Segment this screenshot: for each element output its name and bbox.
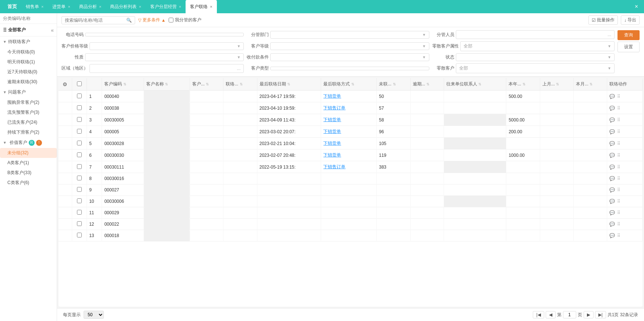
grid-action-icon[interactable]: ⠿ (617, 141, 620, 146)
close-customer-contact-tab[interactable]: × (210, 4, 212, 9)
export-button[interactable]: ↓ 导出 (621, 15, 640, 25)
sidebar-item-declining[interactable]: 持续下滑客户(2) (0, 127, 57, 137)
row-last-contact-method-cell[interactable]: 下销售订单 (321, 102, 377, 114)
row-checkbox[interactable] (77, 176, 82, 180)
row-checkbox[interactable] (77, 198, 82, 203)
nav-tab-analysis-list[interactable]: 商品分析列表 × (106, 0, 145, 13)
close-analysis-list-tab[interactable]: × (139, 4, 141, 9)
sidebar-search-input[interactable] (3, 16, 57, 21)
grid-action-icon[interactable]: ⠿ (617, 153, 620, 158)
sidebar-section-value[interactable]: ▼ 价值客户 R ! (0, 137, 57, 148)
grid-action-icon[interactable]: ⠿ (617, 94, 620, 99)
more-conditions-button[interactable]: ▽ 更多条件 ▲ (138, 17, 166, 23)
row-checkbox[interactable] (77, 210, 82, 215)
row-last-contact-method-cell[interactable]: 下销售订单 (321, 161, 377, 173)
row-checkbox[interactable] (77, 164, 82, 169)
row-checkbox[interactable] (77, 233, 82, 237)
code-column-header[interactable]: 客户编码 ⇅ (102, 78, 144, 91)
phone-input[interactable] (85, 33, 244, 36)
row-checkbox[interactable] (77, 94, 82, 98)
close-sales-tab[interactable]: × (41, 4, 43, 9)
manager-input[interactable]: ... (456, 30, 615, 39)
sidebar-section-problems[interactable]: ▼ 问题客户 (0, 87, 57, 98)
gear-column-header[interactable]: ⚙ (59, 78, 72, 91)
message-action-icon[interactable]: 💬 (609, 106, 615, 111)
sidebar-item-ungroup[interactable]: 未分组(32) (0, 148, 57, 158)
message-action-icon[interactable]: 💬 (609, 141, 615, 146)
batch-operation-button[interactable]: ☑ 批量操作 (588, 15, 618, 25)
nav-tab-purchase[interactable]: 进货单 × (48, 0, 74, 13)
customer-type-input[interactable] (270, 67, 429, 70)
grid-action-icon[interactable]: ⠿ (617, 165, 620, 170)
sidebar-item-class-a[interactable]: A类客户(1) (0, 158, 57, 168)
price-level-select[interactable]: ▼ (89, 42, 244, 50)
window-close-button[interactable]: × (632, 3, 641, 10)
sidebar-item-overdue-contact[interactable]: 逾期未联络(30) (0, 77, 57, 87)
per-page-select[interactable]: 50 20 100 (84, 311, 104, 319)
sidebar-all-customers[interactable]: ⠿ 全部客户 « (0, 24, 57, 36)
row-checkbox[interactable] (77, 221, 82, 226)
message-action-icon[interactable]: 💬 (609, 94, 615, 99)
grid-action-icon[interactable]: ⠿ (617, 222, 620, 227)
main-search-input[interactable] (65, 18, 126, 23)
grid-action-icon[interactable]: ⠿ (617, 187, 620, 193)
prev-page-button[interactable]: ◀ (546, 311, 556, 318)
sidebar-item-7days[interactable]: 近7天待联络(0) (0, 67, 57, 77)
grid-action-icon[interactable]: ⠿ (617, 129, 620, 134)
row-checkbox[interactable] (77, 187, 82, 192)
sidebar-item-churn-warning[interactable]: 流失预警客户(3) (0, 107, 57, 117)
message-action-icon[interactable]: 💬 (609, 165, 615, 170)
nav-tab-customer-layer[interactable]: 客户分层经营 × (146, 0, 186, 13)
row-last-contact-method-cell[interactable]: 下销货单 (321, 126, 377, 138)
grid-action-icon[interactable]: ⠿ (617, 199, 620, 204)
message-action-icon[interactable]: 💬 (609, 222, 615, 227)
query-button[interactable]: 查询 (617, 30, 640, 40)
row-checkbox[interactable] (77, 105, 82, 110)
row-last-contact-method-cell[interactable]: 下销货单 (321, 138, 377, 149)
sidebar-section-pending[interactable]: ▼ 待联络客户 (0, 36, 57, 47)
sidebar-item-class-b[interactable]: B类客户(33) (0, 168, 57, 178)
message-action-icon[interactable]: 💬 (609, 129, 615, 134)
sidebar-item-tomorrow[interactable]: 明天待联络(1) (0, 57, 57, 67)
last-page-button[interactable]: ▶| (595, 311, 606, 318)
grid-action-icon[interactable]: ⠿ (617, 176, 620, 181)
message-action-icon[interactable]: 💬 (609, 210, 615, 215)
row-checkbox[interactable] (77, 141, 82, 145)
row-last-contact-method-cell[interactable]: 下销货单 (321, 114, 377, 126)
unit-contact-header[interactable]: 往来单位联系人 ⇅ (444, 78, 506, 91)
next-page-button[interactable]: ▶ (584, 311, 594, 318)
row-checkbox[interactable] (77, 152, 82, 157)
my-customers-checkbox[interactable] (169, 18, 173, 22)
message-action-icon[interactable]: 💬 (609, 117, 615, 123)
my-customers-filter[interactable]: 我分管的客户 (169, 17, 201, 23)
first-page-button[interactable]: |◀ (533, 311, 544, 318)
message-action-icon[interactable]: 💬 (609, 176, 615, 181)
grid-action-icon[interactable]: ⠿ (617, 106, 620, 111)
dept-select[interactable]: ▼ (270, 31, 429, 39)
nav-tab-analysis[interactable]: 商品分析 × (75, 0, 106, 13)
row-last-contact-method-cell[interactable]: 下销货单 (321, 91, 377, 102)
page-number-input[interactable] (563, 311, 576, 318)
no-contact-header[interactable]: 未联... ⇅ (377, 78, 410, 91)
payment-select[interactable]: ▼ (270, 53, 429, 61)
message-action-icon[interactable]: 💬 (609, 153, 615, 158)
this-year-header[interactable]: 本年... ⇅ (506, 78, 540, 91)
message-action-icon[interactable]: 💬 (609, 199, 615, 204)
close-analysis-tab[interactable]: × (99, 4, 101, 9)
customer-level-select[interactable]: ▼ (270, 42, 429, 50)
row-checkbox[interactable] (77, 129, 82, 134)
grid-action-icon[interactable]: ⠿ (617, 117, 620, 123)
select-all-checkbox[interactable] (77, 81, 82, 86)
message-action-icon[interactable]: 💬 (609, 233, 615, 238)
last-contact-method-header[interactable]: 最后联络方式 ⇅ (321, 78, 377, 91)
last-month-header[interactable]: 上月... ⇅ (540, 78, 573, 91)
nav-tab-customer-contact[interactable]: 客户联络 × (186, 0, 217, 13)
name-column-header[interactable]: 客户名称 ⇅ (144, 78, 190, 91)
nav-home[interactable]: 首页 (3, 0, 21, 13)
row-checkbox[interactable] (77, 117, 82, 122)
type-column-header[interactable]: 客户... ⇅ (190, 78, 223, 91)
overdue-header[interactable]: 逾期... ⇅ (410, 78, 444, 91)
grid-action-icon[interactable]: ⠿ (617, 233, 620, 238)
sidebar-collapse-button[interactable]: « (51, 27, 54, 33)
sidebar-item-hoarding[interactable]: 囤购异常客户(2) (0, 98, 57, 107)
